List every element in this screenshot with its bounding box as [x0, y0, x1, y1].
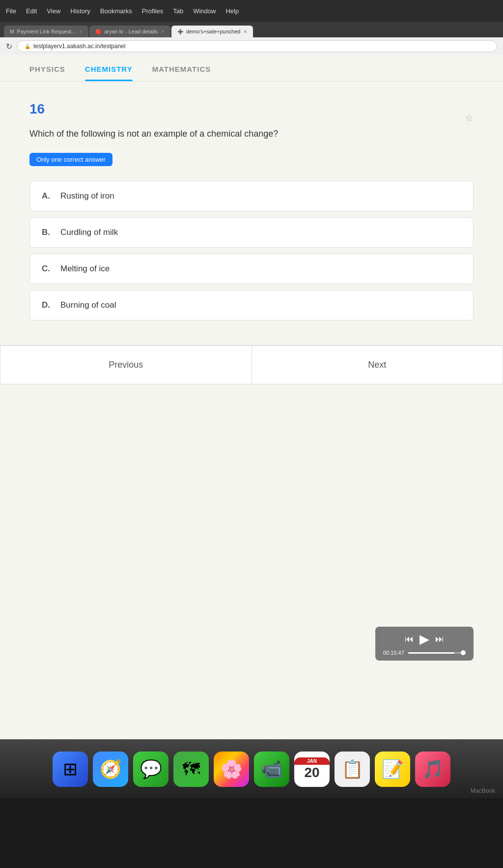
tab-1-close[interactable]: ✕ — [79, 29, 83, 34]
media-time: 00:15:47 — [383, 650, 404, 656]
tab-2-close[interactable]: ✕ — [161, 29, 165, 34]
option-c[interactable]: C. Melting of ice — [29, 254, 474, 284]
option-a[interactable]: A. Rusting of iron — [29, 181, 474, 211]
dock-item-reminders[interactable]: 📋 — [335, 752, 370, 787]
menubar: File Edit View History Bookmarks Profile… — [0, 0, 503, 22]
dock-item-facetime[interactable]: 📹 — [254, 752, 289, 787]
tab-physics[interactable]: PHYSICS — [29, 55, 65, 81]
previous-button[interactable]: Previous — [0, 346, 252, 384]
menubar-item-history[interactable]: History — [70, 7, 90, 15]
tab-3-icon: ➕ — [177, 29, 183, 34]
menubar-item-file[interactable]: File — [6, 7, 16, 15]
url-box[interactable]: 🔒 testplayerv1.aakash.ac.in/testpanel — [17, 40, 497, 52]
dock-item-launchpad[interactable]: ⊞ — [53, 752, 88, 787]
play-button[interactable]: ▶ — [419, 632, 429, 647]
option-d[interactable]: D. Burning of coal — [29, 290, 474, 320]
tab-2-icon: 🔴 — [95, 29, 101, 34]
dock-item-music[interactable]: 🎵 — [415, 752, 450, 787]
content-area: PHYSICS CHEMISTRY MATHEMATICS 16 ☆ Which… — [0, 55, 503, 798]
dock-item-safari[interactable]: 🧭 — [93, 752, 128, 787]
reminders-icon: 📋 — [341, 759, 363, 780]
dock-item-maps[interactable]: 🗺 — [173, 752, 209, 787]
rewind-button[interactable]: ⏮ — [405, 634, 414, 644]
question-text: Which of the following is not an example… — [29, 127, 474, 141]
browser-chrome: M Payment Link Request... ✕ 🔴 aryan kr -… — [0, 22, 503, 55]
option-b-label: B. — [42, 228, 54, 237]
url-favicon: 🔒 — [25, 44, 30, 49]
option-c-label: C. — [42, 264, 54, 274]
safari-icon: 🧭 — [100, 759, 122, 780]
subject-tabs: PHYSICS CHEMISTRY MATHEMATICS — [0, 55, 503, 82]
dock-item-photos[interactable]: 🌸 — [214, 752, 249, 787]
option-b-text: Curdling of milk — [60, 228, 118, 237]
progress-bar[interactable] — [408, 652, 466, 654]
notes-icon: 📝 — [382, 759, 404, 780]
tab-1-icon: M — [10, 29, 14, 34]
bookmark-icon[interactable]: ☆ — [465, 112, 474, 124]
photos-icon: 🌸 — [221, 759, 243, 780]
menubar-item-bookmarks[interactable]: Bookmarks — [100, 7, 132, 15]
tab-3-close[interactable]: ✕ — [243, 29, 247, 34]
nav-buttons: Previous Next — [0, 345, 503, 384]
maps-icon: 🗺 — [182, 759, 200, 780]
dock-item-notes[interactable]: 📝 — [375, 752, 410, 787]
tab-1[interactable]: M Payment Link Request... ✕ — [4, 26, 88, 37]
progress-thumb — [461, 650, 466, 655]
fast-forward-button[interactable]: ⏭ — [435, 634, 444, 644]
media-progress: 00:15:47 — [383, 650, 466, 656]
menubar-item-view[interactable]: View — [47, 7, 60, 15]
address-bar: ↻ 🔒 testplayerv1.aakash.ac.in/testpanel — [0, 37, 503, 55]
tab-2[interactable]: 🔴 aryan kr - Lead details ✕ — [89, 26, 170, 37]
tab-mathematics[interactable]: MATHEMATICS — [152, 55, 211, 81]
menubar-item-profiles[interactable]: Profiles — [142, 7, 163, 15]
dock: ⊞ 🧭 💬 🗺 🌸 📹 JAN 20 📋 📝 🎵 — [0, 739, 503, 798]
menubar-item-edit[interactable]: Edit — [26, 7, 37, 15]
menubar-item-help[interactable]: Help — [225, 7, 239, 15]
tab-3-label: demo's+sale+punched — [186, 29, 240, 34]
macbook-label: MacBook — [471, 787, 495, 794]
menubar-item-tab[interactable]: Tab — [173, 7, 183, 15]
media-controls: ⏮ ▶ ⏭ 00:15:47 — [375, 627, 474, 661]
messages-icon: 💬 — [140, 759, 162, 780]
menubar-item-window[interactable]: Window — [193, 7, 216, 15]
url-text: testplayerv1.aakash.ac.in/testpanel — [33, 43, 125, 50]
dock-item-messages[interactable]: 💬 — [133, 752, 168, 787]
calendar-day: 20 — [304, 765, 319, 781]
option-a-label: A. — [42, 191, 54, 201]
progress-fill — [408, 652, 454, 654]
music-icon: 🎵 — [422, 759, 444, 780]
tab-1-label: Payment Link Request... — [17, 29, 76, 34]
next-button[interactable]: Next — [252, 346, 503, 384]
media-buttons: ⏮ ▶ ⏭ — [405, 632, 444, 647]
facetime-icon: 📹 — [261, 759, 283, 780]
option-d-label: D. — [42, 300, 54, 310]
tab-2-label: aryan kr - Lead details — [104, 29, 158, 34]
answer-type-badge: Only one correct answer — [29, 153, 112, 166]
option-c-text: Melting of ice — [60, 264, 110, 274]
tab-3[interactable]: ➕ demo's+sale+punched ✕ — [171, 26, 253, 37]
options-list: A. Rusting of iron B. Curdling of milk C… — [29, 181, 474, 320]
refresh-button[interactable]: ↻ — [6, 42, 12, 51]
option-d-text: Burning of coal — [60, 300, 116, 310]
tab-chemistry[interactable]: CHEMISTRY — [85, 55, 133, 81]
dock-item-calendar[interactable]: JAN 20 — [294, 752, 330, 787]
question-area: 16 ☆ Which of the following is not an ex… — [0, 82, 503, 340]
calendar-month: JAN — [294, 757, 330, 765]
launchpad-icon: ⊞ — [63, 759, 78, 780]
question-number: 16 — [29, 101, 474, 117]
option-b[interactable]: B. Curdling of milk — [29, 217, 474, 248]
option-a-text: Rusting of iron — [60, 191, 114, 201]
tab-bar: M Payment Link Request... ✕ 🔴 aryan kr -… — [0, 26, 503, 37]
